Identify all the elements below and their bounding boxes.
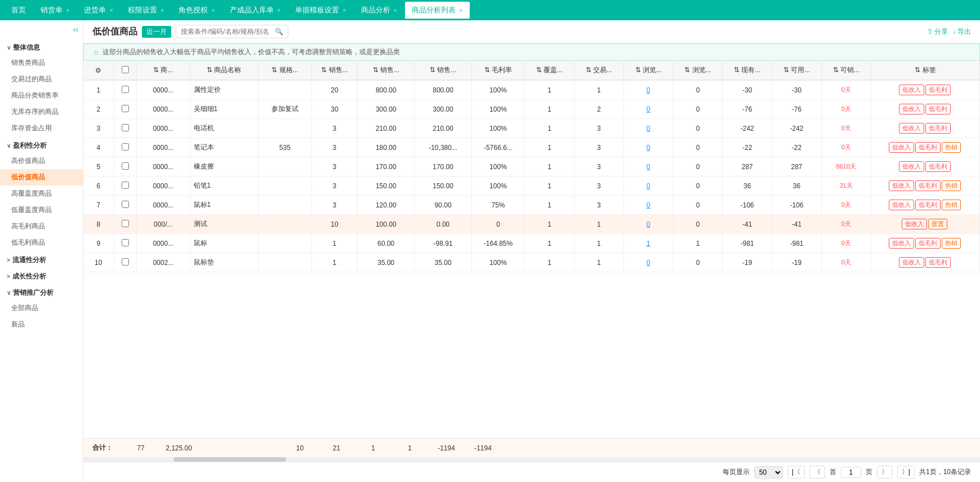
prev-page-button[interactable]: 〈 (809, 466, 825, 479)
row-gross: 100% (471, 157, 525, 176)
nav-close-icon-analysis[interactable]: × (394, 7, 397, 14)
spec-col-header[interactable]: ⇅ 规格... (259, 61, 312, 80)
nav-item-analysis[interactable]: 商品分析× (354, 2, 404, 19)
select-all-checkbox[interactable] (122, 66, 129, 73)
nav-item-sales[interactable]: 销货单× (34, 2, 76, 19)
sort-icon: ⇅ (271, 66, 277, 74)
row-spec: 535 (259, 138, 312, 157)
sidebar-collapse-btn[interactable]: ‹‹ (0, 20, 83, 38)
tag-badge: 低毛利 (925, 161, 951, 172)
page-number-input[interactable] (841, 467, 861, 478)
sidebar-item-low-coverage[interactable]: 低覆盖度商品 (0, 202, 83, 218)
sidebar-item-high-value[interactable]: 高价值商品 (0, 153, 83, 169)
sale-unit-col-header[interactable]: ⇅ 销售... (415, 61, 471, 80)
sidebar-item-high-profit[interactable]: 高毛利商品 (0, 218, 83, 235)
cover-col-header[interactable]: ⇅ 覆盖... (525, 61, 574, 80)
row-sale-amt: 180.00 (358, 138, 415, 157)
page-size-select[interactable]: 50 100 200 (754, 466, 783, 479)
name-col-header[interactable]: ⇅ 商品名称 (190, 61, 259, 80)
tag-badge: 低收入 (899, 123, 924, 134)
sidebar-group-title-marketing[interactable]: ∨营销推广分析 (0, 284, 83, 300)
nav-item-purchase[interactable]: 进货单× (77, 2, 119, 19)
nav-close-icon-purchase[interactable]: × (109, 7, 113, 14)
next-page-button[interactable]: 〉 (877, 466, 893, 479)
sidebar-item-sales-category[interactable]: 销售类商品 (0, 55, 83, 71)
nav-close-icon-permission[interactable]: × (161, 7, 164, 14)
row-tags: 低收入低毛利 (871, 100, 979, 119)
sort-icon: ⇅ (783, 66, 789, 74)
nav-close-icon-sales[interactable]: × (66, 7, 69, 14)
browse2-col-header[interactable]: ⇅ 浏览... (673, 61, 723, 80)
check-col-header[interactable] (114, 61, 137, 80)
row-num: 9 (83, 234, 114, 253)
row-sale-unit: 170.00 (415, 157, 471, 176)
row-browse2: 0 (673, 176, 723, 196)
nav-item-template[interactable]: 单据模板设置× (288, 2, 353, 19)
page-size-label: 每页显示 (723, 467, 750, 477)
scrollbar-thumb[interactable] (173, 457, 286, 462)
sidebar-group-title-growth[interactable]: >成长性分析 (0, 267, 83, 284)
sale-qty-col-header[interactable]: ⇅ 销售... (311, 61, 358, 80)
row-stock: -242 (723, 119, 772, 138)
row-name: 铅笔1 (190, 176, 259, 196)
total-browse2: 1 (391, 444, 428, 452)
row-avail: 36 (772, 176, 822, 196)
share-button[interactable]: ⇧ 分享 (927, 27, 948, 37)
row-browse1: 0 (623, 176, 673, 196)
nav-item-product[interactable]: 产成品入库单× (223, 2, 287, 19)
last-page-button[interactable]: 〉| (897, 466, 915, 479)
gross-col-header[interactable]: ⇅ 毛利率 (471, 61, 525, 80)
tag-col-header[interactable]: ⇅ 标签 (871, 61, 979, 80)
tag-badge: 热销 (942, 238, 961, 249)
sidebar-group-title-profit[interactable]: ∨盈利性分析 (0, 136, 83, 153)
code-col-header[interactable]: ⇅ 商... (137, 61, 190, 80)
date-badge[interactable]: 近一月 (142, 26, 171, 38)
sale-amt-col-header[interactable]: ⇅ 销售... (358, 61, 415, 80)
row-gross: 100% (471, 119, 525, 138)
search-box[interactable]: 🔍 (176, 25, 288, 38)
stock-col-header[interactable]: ⇅ 现有... (723, 61, 772, 80)
row-browse2: 0 (673, 215, 723, 234)
sidebar-item-high-coverage[interactable]: 高覆盖度商品 (0, 185, 83, 202)
nav-item-home[interactable]: 首页 (5, 2, 33, 19)
nav-close-icon-template[interactable]: × (342, 7, 346, 14)
nav-item-role[interactable]: 角色授权× (172, 2, 221, 19)
nav-close-icon-analysis-list[interactable]: × (459, 7, 462, 14)
export-button[interactable]: ↓ 导出 (952, 27, 971, 37)
nav-close-icon-role[interactable]: × (211, 7, 215, 14)
horizontal-scrollbar[interactable] (83, 457, 980, 462)
row-code: 0000... (137, 196, 190, 215)
nav-item-analysis-list[interactable]: 商品分析列表× (405, 2, 469, 19)
sidebar-item-traded[interactable]: 交易过的商品 (0, 71, 83, 87)
trade-col-header[interactable]: ⇅ 交易... (574, 61, 624, 80)
search-icon[interactable]: 🔍 (275, 28, 283, 36)
row-cover: 1 (525, 100, 574, 119)
sidebar-item-category-sales[interactable]: 商品分类销售率 (0, 87, 83, 104)
row-avail: -22 (772, 138, 822, 157)
sellable-col-header[interactable]: ⇅ 可销... (821, 61, 871, 80)
sidebar-item-low-value[interactable]: 低价值商品 (0, 169, 83, 185)
first-page-button[interactable]: |〈 (787, 466, 805, 479)
row-gross: 100% (471, 253, 525, 272)
settings-col-header[interactable]: ⚙ (83, 61, 114, 80)
search-input[interactable] (181, 28, 273, 36)
sidebar-item-new-goods[interactable]: 新品 (0, 316, 83, 333)
browse1-col-header[interactable]: ⇅ 浏览... (623, 61, 673, 80)
avail-col-header[interactable]: ⇅ 可用... (772, 61, 822, 80)
nav-close-icon-product[interactable]: × (277, 7, 280, 14)
content-header: 低价值商品 近一月 🔍 ⇧ 分享 ↓ 导出 (83, 20, 980, 43)
sidebar-item-all-goods[interactable]: 全部商品 (0, 300, 83, 316)
sidebar-item-low-profit[interactable]: 低毛利商品 (0, 235, 83, 251)
sidebar-group-title-flow[interactable]: >流通性分析 (0, 251, 83, 267)
page-title: 低价值商品 (92, 26, 137, 38)
row-cover: 1 (525, 215, 574, 234)
sidebar-group-title-overall[interactable]: ∨整体信息 (0, 38, 83, 55)
row-code: 0000... (137, 119, 190, 138)
row-num: 1 (83, 80, 114, 100)
row-sale-amt: 60.00 (358, 234, 415, 253)
sidebar-item-inventory-fund[interactable]: 库存资金占用 (0, 120, 83, 136)
table-row: 40000...笔记本5353180.00-10,380...-5766.6..… (83, 138, 980, 157)
row-code: 0000... (137, 138, 190, 157)
sidebar-item-no-sales[interactable]: 无库存序的商品 (0, 104, 83, 120)
nav-item-permission[interactable]: 权限设置× (121, 2, 171, 19)
